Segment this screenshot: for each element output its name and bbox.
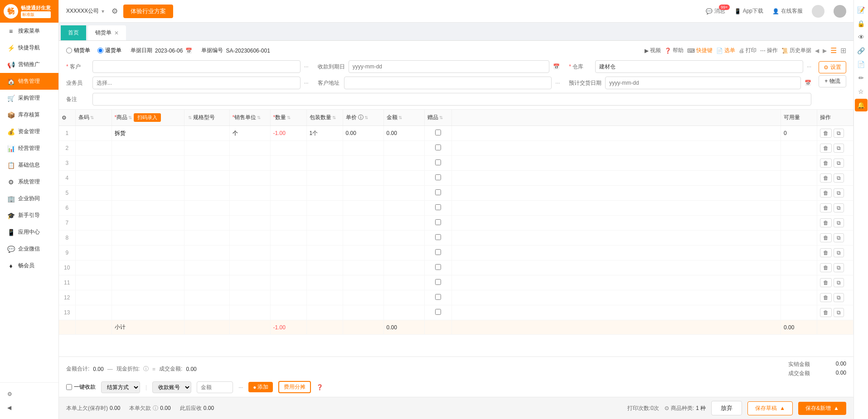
cell-amount[interactable] [383, 216, 424, 231]
cell-price[interactable] [343, 305, 383, 320]
product-input[interactable] [115, 250, 181, 256]
copy-row-btn[interactable]: ⧉ [834, 159, 844, 168]
toolbar-choose[interactable]: 📄 选单 [716, 47, 735, 54]
cell-quantity[interactable] [270, 246, 306, 260]
info-icon2[interactable]: ⓘ [153, 405, 158, 412]
cell-quantity[interactable] [270, 275, 306, 290]
cell-product[interactable] [112, 231, 184, 246]
info-icon[interactable]: ⓘ [143, 365, 149, 373]
view-grid-icon[interactable]: ⊞ [840, 46, 846, 55]
payment-amount-input[interactable] [197, 381, 233, 393]
gift-checkbox[interactable] [435, 174, 441, 180]
cell-price[interactable] [343, 141, 383, 156]
cell-spec[interactable] [184, 201, 229, 216]
cell-pkg-qty[interactable] [306, 231, 343, 246]
unit-input[interactable] [233, 235, 267, 241]
delete-row-btn[interactable]: 🗑 [820, 203, 832, 212]
cell-pkg-qty[interactable] [306, 246, 343, 260]
cell-gift[interactable] [424, 305, 451, 320]
cell-barcode[interactable] [75, 216, 112, 231]
cell-pkg-qty[interactable] [306, 156, 343, 171]
cell-barcode[interactable] [75, 126, 112, 141]
sidebar-item-purchase[interactable]: 🛒 采购管理 [0, 90, 58, 106]
qty-input[interactable] [273, 175, 304, 181]
cell-gift[interactable] [424, 186, 451, 201]
product-input[interactable] [115, 130, 181, 136]
copy-row-btn[interactable]: ⧉ [834, 233, 844, 242]
unit-input[interactable] [233, 265, 267, 271]
cell-unit[interactable] [229, 246, 270, 260]
copy-row-btn[interactable]: ⧉ [834, 308, 844, 317]
spec-input[interactable] [187, 130, 227, 136]
spec-input[interactable] [187, 190, 227, 196]
cell-pkg-qty[interactable] [306, 290, 343, 305]
unit-input[interactable] [233, 279, 267, 286]
qty-input[interactable] [273, 279, 304, 286]
cell-pkg-qty[interactable] [306, 216, 343, 231]
cell-unit[interactable] [229, 201, 270, 216]
cell-gift[interactable] [424, 126, 451, 141]
logistics-action-btn[interactable]: + 物流 [819, 75, 846, 87]
cell-gift[interactable] [424, 246, 451, 260]
payment-account-select[interactable]: 收款账号 [152, 381, 191, 393]
customer-service-btn[interactable]: 👤 在线客服 [772, 7, 803, 15]
cell-unit[interactable] [229, 275, 270, 290]
cell-product[interactable] [112, 186, 184, 201]
cell-amount[interactable] [383, 246, 424, 260]
gift-checkbox[interactable] [435, 279, 441, 285]
qty-input[interactable] [273, 190, 304, 196]
copy-row-btn[interactable]: ⧉ [834, 188, 844, 197]
discard-btn[interactable]: 放弃 [711, 401, 742, 415]
tab-close-icon[interactable]: ✕ [114, 30, 119, 36]
cell-price[interactable] [343, 275, 383, 290]
cell-quantity[interactable] [270, 156, 306, 171]
expected-date-calendar-icon[interactable]: 📅 [805, 80, 811, 86]
copy-row-btn[interactable]: ⧉ [834, 278, 844, 287]
panel-item-4[interactable]: 🔗 [855, 44, 868, 57]
gift-checkbox[interactable] [435, 204, 441, 210]
spec-input[interactable] [187, 235, 227, 241]
dots-icon[interactable]: ··· [238, 384, 243, 390]
cell-quantity[interactable] [270, 171, 306, 186]
one-click-pay-checkbox[interactable]: 一键收款 [66, 383, 96, 391]
qty-input[interactable] [273, 145, 304, 151]
cell-quantity[interactable] [270, 141, 306, 156]
panel-item-1[interactable]: 📝 [855, 4, 868, 16]
customer-address-input[interactable] [344, 77, 552, 89]
cell-unit[interactable] [229, 141, 270, 156]
radio-return[interactable]: 退货单 [97, 47, 121, 54]
spec-input[interactable] [187, 205, 227, 211]
delete-row-btn[interactable]: 🗑 [820, 293, 832, 302]
barcode-input[interactable] [78, 250, 109, 256]
cell-quantity[interactable] [270, 216, 306, 231]
delete-row-btn[interactable]: 🗑 [820, 308, 832, 317]
unit-input[interactable] [233, 145, 267, 151]
panel-item-3[interactable]: 👁 [855, 31, 868, 43]
barcode-input[interactable] [78, 279, 109, 286]
address-more-icon[interactable]: ··· [555, 80, 560, 86]
gift-checkbox[interactable] [435, 159, 441, 165]
cell-pkg-qty[interactable] [306, 186, 343, 201]
product-input[interactable] [115, 220, 181, 226]
cell-barcode[interactable] [75, 246, 112, 260]
toolbar-print[interactable]: 🖨 打印 [739, 47, 756, 54]
gift-checkbox[interactable] [435, 144, 441, 150]
cell-pkg-qty[interactable] [306, 305, 343, 320]
tab-sales-order[interactable]: 销货单 ✕ [88, 25, 126, 40]
expense-split-btn[interactable]: 费用分摊 [278, 381, 311, 393]
cell-gift[interactable] [424, 275, 451, 290]
barcode-input[interactable] [78, 235, 109, 241]
toolbar-operate[interactable]: ⋯ 操作 [760, 47, 778, 54]
delete-row-btn[interactable]: 🗑 [820, 248, 832, 257]
cell-product[interactable] [112, 141, 184, 156]
cell-price[interactable] [343, 156, 383, 171]
product-input[interactable] [115, 145, 181, 151]
barcode-input[interactable] [78, 160, 109, 166]
cell-quantity[interactable] [270, 305, 306, 320]
qty-input[interactable] [273, 220, 304, 226]
toolbar-video[interactable]: ▶ 视频 [645, 47, 661, 54]
product-input[interactable] [115, 205, 181, 211]
settings-gear-icon[interactable]: ⚙ [112, 7, 118, 15]
delete-row-btn[interactable]: 🗑 [820, 263, 832, 272]
cell-price[interactable] [343, 260, 383, 275]
